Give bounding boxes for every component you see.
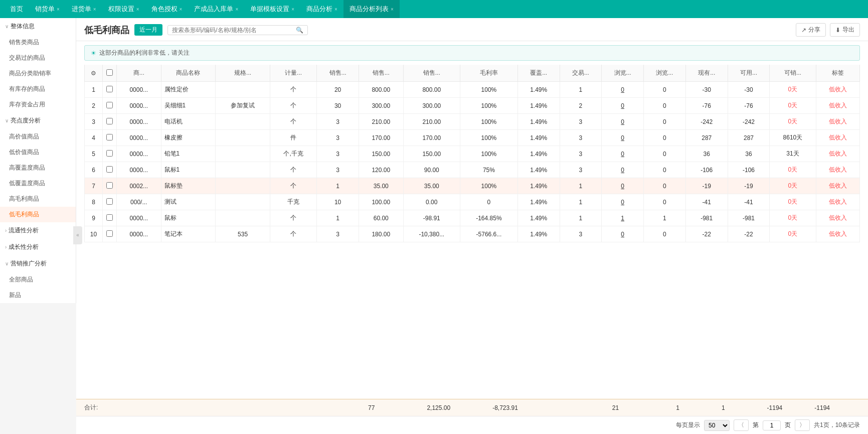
search-icon[interactable]: 🔍 <box>296 27 303 34</box>
row-unit: 个 <box>270 226 316 242</box>
close-icon[interactable]: × <box>391 7 394 12</box>
table-row: 9 0000... 鼠标 个 1 60.00 -98.91 -164.85% 1… <box>85 210 860 226</box>
row-qty: 1 <box>317 178 359 194</box>
nav-template-settings[interactable]: 单据模板设置 × <box>244 0 300 18</box>
sidebar-collapse-button[interactable]: « <box>73 226 82 244</box>
browse-link[interactable]: 0 <box>621 151 624 158</box>
row-spec <box>216 162 270 178</box>
time-filter-button[interactable]: 近一月 <box>134 24 162 36</box>
sidebar-item-sales-goods[interactable]: 销售类商品 <box>0 35 76 50</box>
sidebar-group-circulation[interactable]: › 流通性分析 <box>0 222 76 239</box>
row-checkbox[interactable] <box>106 102 113 108</box>
sidebar-group-marketing[interactable]: ∨ 营销推广分析 <box>0 255 76 272</box>
row-browse1: 0 <box>602 194 644 210</box>
row-current: -22 <box>685 226 728 242</box>
nav-sales-order[interactable]: 销货单 × <box>29 0 66 18</box>
prev-page-button[interactable]: 〈 <box>734 419 749 431</box>
close-icon[interactable]: × <box>136 7 139 12</box>
row-tag: 低收入 <box>816 162 860 178</box>
row-amount: 210.00 <box>403 114 460 130</box>
table-container: ⚙ 商... 商品名称 规格... 计量... 销售... 销售... 销售..… <box>76 65 868 399</box>
share-icon: ↗ <box>801 27 806 34</box>
sidebar-item-category-sales-rate[interactable]: 商品分类助销率 <box>0 66 76 81</box>
row-checkbox[interactable] <box>106 150 113 157</box>
browse-link[interactable]: 0 <box>621 134 624 141</box>
footer-browse2: 1 <box>722 404 725 411</box>
row-checkbox[interactable] <box>106 86 113 92</box>
close-icon[interactable]: × <box>57 7 60 12</box>
row-gross-rate: -5766.6... <box>460 226 518 242</box>
row-checkbox[interactable] <box>106 230 113 237</box>
sidebar-item-high-coverage[interactable]: 高覆盖度商品 <box>0 160 76 176</box>
table-row: 7 0002... 鼠标垫 个 1 35.00 35.00 100% 1.49%… <box>85 178 860 194</box>
sidebar-item-high-profit[interactable]: 高毛利商品 <box>0 191 76 207</box>
close-icon[interactable]: × <box>93 7 96 12</box>
row-unit: 个 <box>270 178 316 194</box>
col-spec: 规格... <box>216 65 270 82</box>
nav-product-storage[interactable]: 产成品入库单 × <box>188 0 244 18</box>
page-size-select[interactable]: 50 100 200 <box>704 420 730 431</box>
row-browse1: 0 <box>602 98 644 114</box>
row-name: 笔记本 <box>161 226 216 242</box>
browse-link[interactable]: 0 <box>621 231 624 238</box>
row-current: -981 <box>685 210 728 226</box>
browse-link[interactable]: 1 <box>621 215 624 222</box>
page-number-input[interactable] <box>763 420 781 430</box>
browse-link[interactable]: 0 <box>621 199 624 206</box>
search-input[interactable] <box>172 27 296 34</box>
nav-permissions[interactable]: 权限设置 × <box>102 0 145 18</box>
sidebar-item-inventory-capital[interactable]: 库存资金占用 <box>0 97 76 112</box>
nav-home[interactable]: 首页 <box>4 0 29 18</box>
browse-link[interactable]: 0 <box>621 86 624 93</box>
sidebar-item-low-value[interactable]: 低价值商品 <box>0 144 76 160</box>
select-all-checkbox[interactable] <box>106 69 113 76</box>
row-checkbox[interactable] <box>106 198 113 205</box>
row-browse2: 0 <box>644 146 686 162</box>
col-available: 可用... <box>728 65 770 82</box>
sidebar-item-new-goods[interactable]: 新品 <box>0 287 76 303</box>
close-icon[interactable]: × <box>291 7 294 12</box>
close-icon[interactable]: × <box>334 7 337 12</box>
col-settings[interactable]: ⚙ <box>85 65 103 82</box>
sidebar-item-all-goods[interactable]: 全部商品 <box>0 272 76 287</box>
row-available: -106 <box>728 162 770 178</box>
row-tag: 低收入 <box>816 98 860 114</box>
sidebar-item-low-profit[interactable]: 低毛利商品 <box>0 207 76 222</box>
row-checkbox[interactable] <box>106 214 113 221</box>
sidebar-group-growth[interactable]: › 成长性分析 <box>0 239 76 255</box>
row-checkbox[interactable] <box>106 134 113 140</box>
row-saleable: 0天 <box>770 114 816 130</box>
nav-role-auth[interactable]: 角色授权 × <box>145 0 189 18</box>
row-checkbox[interactable] <box>106 182 113 189</box>
row-amount: 300.00 <box>403 98 460 114</box>
nav-product-analysis[interactable]: 商品分析 × <box>300 0 343 18</box>
close-icon[interactable]: × <box>235 7 238 12</box>
nav-product-analysis-list[interactable]: 商品分析列表 × <box>343 0 400 18</box>
sidebar-group-overall[interactable]: ∨ 整体信息 <box>0 18 76 35</box>
row-trade: 1 <box>560 82 602 98</box>
browse-link[interactable]: 0 <box>621 118 624 125</box>
col-amount: 销售... <box>403 65 460 82</box>
browse-link[interactable]: 0 <box>621 183 624 190</box>
sidebar-group-highlight[interactable]: ∨ 亮点度分析 <box>0 112 76 129</box>
sidebar-item-low-coverage[interactable]: 低覆盖度商品 <box>0 176 76 191</box>
row-checkbox[interactable] <box>106 118 113 124</box>
next-page-button[interactable]: 〉 <box>795 419 810 431</box>
row-code: 0000... <box>117 226 161 242</box>
sidebar-item-stocked-goods[interactable]: 有库存的商品 <box>0 81 76 97</box>
browse-link[interactable]: 0 <box>621 102 624 109</box>
export-button[interactable]: ⬇ 导出 <box>830 23 860 37</box>
share-button[interactable]: ↗ 分享 <box>796 23 826 37</box>
row-price: 35.00 <box>359 178 403 194</box>
sidebar-item-traded-goods[interactable]: 交易过的商品 <box>0 50 76 66</box>
footer-available: -1194 <box>814 404 830 411</box>
row-code: 0000... <box>117 98 161 114</box>
row-code: 0002... <box>117 178 161 194</box>
row-checkbox[interactable] <box>106 166 113 173</box>
browse-link[interactable]: 0 <box>621 167 624 174</box>
col-code: 商... <box>117 65 161 82</box>
row-browse1: 0 <box>602 130 644 146</box>
nav-purchase-order[interactable]: 进货单 × <box>66 0 102 18</box>
close-icon[interactable]: × <box>180 7 183 12</box>
sidebar-item-high-value[interactable]: 高价值商品 <box>0 129 76 144</box>
